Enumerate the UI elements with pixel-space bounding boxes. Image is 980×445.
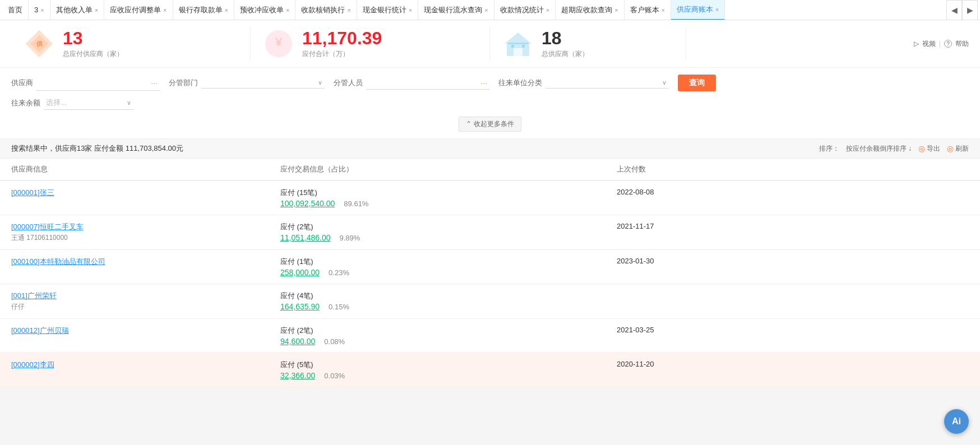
last-pay-6: 2020-11-20 (617, 360, 969, 368)
person-dots-icon[interactable]: ··· (480, 78, 487, 87)
supplier-link-3[interactable]: [000100]本特勒油品有限公司 (11, 257, 105, 266)
trans-label-1: 应付 (15笔) (280, 188, 617, 198)
supplier-dots-icon[interactable]: ··· (151, 78, 158, 87)
svg-rect-9 (522, 45, 525, 48)
trans-amount-4[interactable]: 164,635.90 (280, 302, 320, 311)
sort-link[interactable]: 按应付余额倒序排序 ↓ (846, 144, 912, 154)
trans-row-3: 258,000.00 0.23% (280, 268, 617, 277)
dept-dropdown-icon[interactable]: ∨ (318, 79, 322, 86)
close-tab-customer-ledger[interactable]: × (662, 7, 665, 13)
trans-label-5: 应付 (2笔) (280, 326, 617, 336)
result-actions: 排序： 按应付余额倒序排序 ↓ ◎ 导出 ◎ 刷新 (819, 144, 969, 154)
supplier-sub-4: 仔仔 (11, 302, 280, 312)
close-tab-prepay-ar[interactable]: × (286, 7, 289, 13)
help-link[interactable]: 帮助 (955, 39, 969, 49)
close-tab-3[interactable]: × (40, 7, 44, 13)
svg-marker-6 (505, 33, 531, 44)
stat-number-total-suppliers: 18 (542, 29, 589, 48)
close-tab-receipt-exec[interactable]: × (347, 7, 350, 13)
refresh-button[interactable]: ◎ 刷新 (947, 144, 969, 154)
nav-tab-bank-deposit[interactable]: 银行存取款单 × (173, 0, 234, 20)
nav-tab-cash-stats[interactable]: 现金银行统计 × (357, 0, 418, 20)
nav-tab-other-income[interactable]: 其他收入单 × (50, 0, 104, 20)
svg-text:¥: ¥ (275, 36, 282, 48)
table-header: 供应商信息 应付交易信息（占比） 上次付数 (0, 159, 980, 181)
close-tab-ar-ap-adjust[interactable]: × (163, 7, 167, 13)
transaction-info-3: 应付 (1笔) 258,000.00 0.23% (280, 257, 617, 277)
supplier-link-2[interactable]: [000007]恒旺二手叉车 (11, 222, 84, 231)
nav-tab-cash-query[interactable]: 现金银行流水查询 × (418, 0, 494, 20)
trans-amount-1[interactable]: 100,092,540.00 (280, 199, 335, 208)
close-tab-overdue-ar[interactable]: × (614, 7, 618, 13)
refresh-icon: ◎ (947, 144, 954, 153)
trans-pct-6: 0.03% (324, 372, 345, 380)
supplier-link-1[interactable]: [000001]张三 (11, 188, 54, 197)
collapse-row: ⌃ 收起更多条件 (11, 114, 969, 134)
nav-tab-3[interactable]: 3 × (29, 0, 50, 20)
col-header-transaction: 应付交易信息（占比） (280, 164, 617, 174)
supplier-name-5: [000012]广州贝瑞 (11, 326, 280, 336)
nav-tab-receipt-stats[interactable]: 收款情况统计 × (494, 0, 556, 20)
export-button[interactable]: ◎ 导出 (918, 144, 940, 154)
table-row: [000007]恒旺二手叉车 王通 17106110000 应付 (2笔) 11… (0, 215, 980, 250)
close-tab-cash-query[interactable]: × (484, 7, 488, 13)
nav-tab-home[interactable]: 首页 (2, 0, 29, 20)
stat-info-2: 11,170.39 应付合计（万） (302, 29, 382, 59)
supplier-name-3: [000100]本特勒油品有限公司 (11, 257, 280, 267)
close-tab-other-income[interactable]: × (95, 7, 98, 13)
supplier-info-5: [000012]广州贝瑞 (11, 326, 280, 336)
person-input[interactable] (368, 78, 480, 87)
supplier-link-5[interactable]: [000012]广州贝瑞 (11, 326, 69, 335)
top-navigation: 首页 3 × 其他收入单 × 应收应付调整单 × 银行存取款单 × 预收冲应收单… (0, 0, 980, 20)
nav-left-arrow[interactable]: ◀ (946, 0, 962, 20)
unit-class-dropdown-icon[interactable]: ∨ (662, 79, 667, 86)
trans-amount-2[interactable]: 11,051,486.00 (280, 233, 331, 242)
svg-rect-10 (508, 43, 528, 44)
filter-row-1: 供应商 ··· 分管部门 ∨ 分管人员 ··· 往来单位分类 (11, 75, 969, 91)
sort-label: 排序： (819, 144, 839, 154)
query-button[interactable]: 查询 (678, 75, 716, 91)
trans-amount-5[interactable]: 94,600.00 (280, 337, 315, 346)
balance-dropdown-icon[interactable]: ∨ (127, 99, 131, 106)
trans-amount-6[interactable]: 32,366.00 (280, 371, 315, 380)
close-tab-cash-stats[interactable]: × (409, 7, 412, 13)
close-tab-receipt-stats[interactable]: × (546, 7, 549, 13)
transaction-info-5: 应付 (2笔) 94,600.00 0.08% (280, 326, 617, 346)
nav-right-arrow[interactable]: ▶ (962, 0, 978, 20)
close-tab-bank-deposit[interactable]: × (225, 7, 228, 13)
stat-block-suppliers-payable: 供 13 总应付供应商（家） (11, 27, 251, 61)
supplier-input[interactable] (39, 77, 151, 89)
filter-row-2: 往来余额 选择... ∨ (11, 96, 969, 110)
table-row: [000002]李四 应付 (5笔) 32,366.00 0.03% 2020-… (0, 353, 980, 387)
trans-label-2: 应付 (2笔) (280, 222, 617, 232)
last-pay-1: 2022-08-08 (617, 188, 969, 196)
stat-icon-2: ¥ (262, 27, 295, 61)
transaction-info-1: 应付 (15笔) 100,092,540.00 89.61% (280, 188, 617, 208)
nav-tab-customer-ledger[interactable]: 客户账本 × (625, 0, 671, 20)
nav-tab-supplier-ledger[interactable]: 供应商账本 × (671, 0, 725, 20)
nav-tab-ar-ap-adjust[interactable]: 应收应付调整单 × (104, 0, 173, 20)
nav-tab-prepay-ar[interactable]: 预收冲应收单 × (234, 0, 295, 20)
export-icon: ◎ (918, 144, 925, 153)
svg-rect-8 (511, 45, 514, 48)
result-bar: 搜索结果中，供应商13家 应付金额 111,703,854.00元 排序： 按应… (0, 139, 980, 159)
supplier-link-4[interactable]: [001]广州荣轩 (11, 291, 57, 300)
col-header-lastpay: 上次付数 (617, 164, 969, 174)
trans-pct-4: 0.15% (329, 303, 349, 311)
stat-info-3: 18 总供应商（家） (542, 29, 589, 59)
trans-amount-3[interactable]: 258,000.00 (280, 268, 320, 277)
nav-tab-receipt-exec[interactable]: 收款核销执行 × (295, 0, 357, 20)
trans-pct-3: 0.23% (329, 268, 349, 277)
refresh-label: 刷新 (955, 144, 969, 154)
nav-tab-overdue-ar[interactable]: 超期应收款查询 × (556, 0, 624, 20)
supplier-link-6[interactable]: [000002]李四 (11, 360, 54, 369)
close-tab-supplier-ledger[interactable]: × (715, 6, 719, 13)
stat-label-payable-suppliers: 总应付供应商（家） (63, 49, 123, 59)
table-row: [001]广州荣轩 仔仔 应付 (4笔) 164,635.90 0.15% (0, 284, 980, 319)
stats-bar: 供 13 总应付供应商（家） ¥ 11,170.39 应付合计（万） (0, 20, 980, 68)
supplier-info-2: [000007]恒旺二手叉车 王通 17106110000 (11, 222, 280, 243)
trans-label-3: 应付 (1笔) (280, 257, 617, 267)
collapse-button[interactable]: ⌃ 收起更多条件 (459, 117, 521, 132)
filter-item-unit-class: 往来单位分类 ∨ (498, 77, 669, 89)
video-link[interactable]: 视频 (922, 39, 936, 49)
